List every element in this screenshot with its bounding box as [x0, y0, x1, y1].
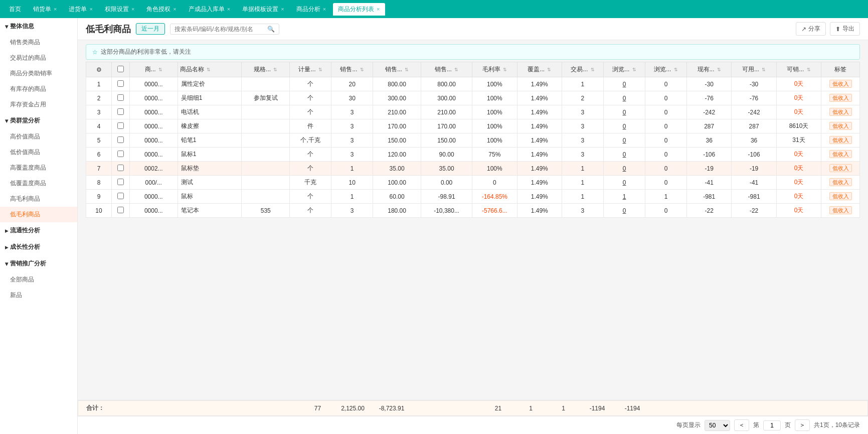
- th-view2[interactable]: 浏览... ⇅: [645, 62, 686, 77]
- nav-close-icon[interactable]: ×: [227, 6, 230, 12]
- th-sellable[interactable]: 可销... ⇅: [776, 62, 821, 77]
- row-name[interactable]: 测试: [178, 176, 242, 190]
- sort-arrows-cover: ⇅: [547, 67, 551, 72]
- th-spec[interactable]: 规格... ⇅: [242, 62, 290, 77]
- table-container[interactable]: ⚙ 商... ⇅ 商品名称 ⇅: [86, 62, 860, 400]
- row-name[interactable]: 属性定价: [178, 77, 242, 91]
- search-input[interactable]: [175, 26, 265, 33]
- row-name[interactable]: 吴细细1: [178, 91, 242, 105]
- sidebar-item-low-value[interactable]: 低价值商品: [0, 144, 77, 160]
- row-name[interactable]: 电话机: [178, 105, 242, 119]
- row-checkbox[interactable]: [117, 193, 124, 199]
- sidebar-item-traded-products[interactable]: 交易过的商品: [0, 50, 77, 66]
- sidebar-group-flow[interactable]: ▸ 流通性分析: [0, 222, 77, 239]
- th-trans[interactable]: 交易... ⇅: [562, 62, 603, 77]
- sidebar-group-growth[interactable]: ▸ 成长性分析: [0, 239, 77, 255]
- sidebar-item-category-rate[interactable]: 商品分类助销率: [0, 66, 77, 81]
- row-name[interactable]: 铅笔1: [178, 133, 242, 148]
- row-view1[interactable]: 1: [603, 190, 645, 204]
- main-layout: ▾ 整体信息 销售类商品 交易过的商品 商品分类助销率 有库存的商品 库存资金占…: [0, 18, 868, 434]
- sidebar-group-marketing[interactable]: ▾ 营销推广分析: [0, 255, 77, 272]
- page-number-input[interactable]: [763, 420, 781, 430]
- row-view1[interactable]: 0: [603, 77, 645, 91]
- nav-permission[interactable]: 权限设置 ×: [100, 3, 139, 16]
- sidebar-item-in-stock[interactable]: 有库存的商品: [0, 81, 77, 97]
- nav-close-icon[interactable]: ×: [281, 6, 284, 12]
- prev-page-button[interactable]: ＜: [734, 419, 749, 431]
- row-view1[interactable]: 0: [603, 176, 645, 190]
- row-name[interactable]: 鼠标1: [178, 148, 242, 162]
- nav-product-inbound[interactable]: 产成品入库单 ×: [184, 3, 235, 16]
- filter-recent-month-button[interactable]: 近一月: [136, 23, 165, 35]
- sidebar-item-new-products[interactable]: 新品: [0, 287, 77, 303]
- row-view1[interactable]: 0: [603, 162, 645, 176]
- th-code[interactable]: 商... ⇅: [129, 62, 178, 77]
- th-curr[interactable]: 现有... ⇅: [687, 62, 732, 77]
- nav-close-icon[interactable]: ×: [377, 6, 380, 12]
- row-checkbox[interactable]: [117, 179, 124, 185]
- nav-product-analysis-list[interactable]: 商品分析列表 ×: [333, 3, 385, 16]
- nav-sales-order[interactable]: 销货单 ×: [28, 3, 62, 16]
- th-cover[interactable]: 覆盖... ⇅: [517, 62, 562, 77]
- th-settings[interactable]: ⚙: [86, 62, 112, 77]
- sidebar-item-high-coverage[interactable]: 高覆盖度商品: [0, 160, 77, 176]
- page-size-select[interactable]: 50 100: [705, 420, 730, 431]
- nav-close-icon[interactable]: ×: [173, 6, 176, 12]
- row-name[interactable]: 鼠标: [178, 190, 242, 204]
- row-view1[interactable]: 0: [603, 148, 645, 162]
- sidebar-item-stock-capital[interactable]: 库存资金占用: [0, 97, 77, 112]
- nav-close-icon[interactable]: ×: [89, 6, 92, 12]
- nav-close-icon[interactable]: ×: [54, 6, 57, 12]
- next-page-button[interactable]: ＞: [795, 419, 810, 431]
- th-sale-amt[interactable]: 销售... ⇅: [421, 62, 472, 77]
- row-checkbox[interactable]: [117, 94, 124, 101]
- th-view1[interactable]: 浏览... ⇅: [603, 62, 645, 77]
- th-unit[interactable]: 计量... ⇅: [290, 62, 331, 77]
- search-icon[interactable]: 🔍: [267, 26, 275, 33]
- nav-product-analysis[interactable]: 商品分析 ×: [291, 3, 331, 16]
- row-name[interactable]: 橡皮擦: [178, 119, 242, 133]
- row-checkbox[interactable]: [117, 108, 124, 115]
- sidebar-item-high-margin[interactable]: 高毛利商品: [0, 191, 77, 207]
- nav-role-auth[interactable]: 角色授权 ×: [141, 3, 181, 16]
- row-checkbox[interactable]: [117, 136, 124, 143]
- row-view1[interactable]: 0: [603, 91, 645, 105]
- row-checkbox[interactable]: [117, 80, 124, 87]
- table-row: 7 0002... 鼠标垫 个 1 35.00 35.00 100% 1.49%…: [86, 162, 860, 176]
- sort-arrows-sale-qty: ⇅: [360, 67, 364, 72]
- gear-icon[interactable]: ⚙: [96, 66, 102, 73]
- nav-purchase-order[interactable]: 进货单 ×: [64, 3, 97, 16]
- sidebar-group-overall[interactable]: ▾ 整体信息: [0, 18, 77, 35]
- sidebar-item-all-products[interactable]: 全部商品: [0, 272, 77, 287]
- sort-arrows-view1: ⇅: [632, 67, 636, 72]
- share-button[interactable]: ↗ 分享: [796, 22, 826, 36]
- row-trans: 3: [562, 105, 603, 119]
- export-button[interactable]: ⬆ 导出: [830, 22, 860, 36]
- row-name[interactable]: 笔记本: [178, 204, 242, 218]
- sidebar-item-sales-products[interactable]: 销售类商品: [0, 35, 77, 50]
- th-sale-qty[interactable]: 销售... ⇅: [331, 62, 373, 77]
- sidebar-item-low-margin[interactable]: 低毛利商品: [0, 207, 77, 222]
- row-view1[interactable]: 0: [603, 133, 645, 148]
- sidebar-group-cluster[interactable]: ▾ 类群堂分析: [0, 112, 77, 129]
- nav-close-icon[interactable]: ×: [131, 6, 134, 12]
- sidebar-item-low-coverage[interactable]: 低覆盖度商品: [0, 176, 77, 191]
- row-checkbox[interactable]: [117, 122, 124, 129]
- row-name[interactable]: 鼠标垫: [178, 162, 242, 176]
- nav-close-icon[interactable]: ×: [323, 6, 326, 12]
- th-gp[interactable]: 毛利率 ⇅: [472, 62, 517, 77]
- select-all-checkbox[interactable]: [117, 66, 124, 72]
- nav-home[interactable]: 首页: [4, 3, 26, 16]
- th-avail[interactable]: 可用... ⇅: [732, 62, 776, 77]
- nav-template-settings[interactable]: 单据模板设置 ×: [237, 3, 289, 16]
- row-view1[interactable]: 0: [603, 105, 645, 119]
- th-name[interactable]: 商品名称 ⇅: [178, 62, 242, 77]
- sidebar-item-high-value[interactable]: 高价值商品: [0, 129, 77, 144]
- row-gp: 100%: [472, 91, 517, 105]
- row-checkbox[interactable]: [117, 165, 124, 171]
- th-sale-price[interactable]: 销售... ⇅: [373, 62, 421, 77]
- row-view1[interactable]: 0: [603, 119, 645, 133]
- row-view1[interactable]: 0: [603, 204, 645, 218]
- row-checkbox[interactable]: [117, 207, 124, 213]
- row-checkbox[interactable]: [117, 151, 124, 157]
